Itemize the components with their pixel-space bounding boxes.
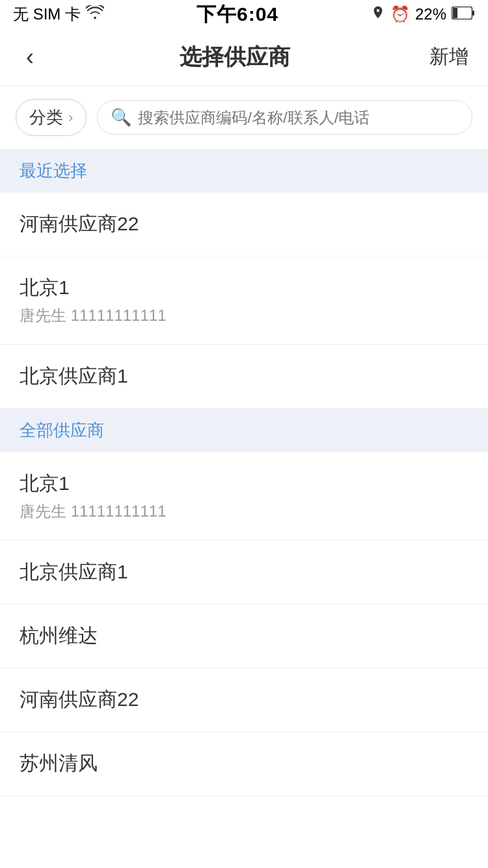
item-name: 河南供应商22 xyxy=(20,211,468,237)
category-label: 分类 xyxy=(29,106,63,129)
wifi-icon xyxy=(86,5,104,23)
all-section-header: 全部供应商 xyxy=(0,409,488,452)
item-sub: 唐先生 11111111111 xyxy=(20,305,468,326)
list-item[interactable]: 北京供应商1 xyxy=(0,345,488,409)
search-box: 🔍 xyxy=(97,100,472,135)
all-section-label: 全部供应商 xyxy=(20,420,104,440)
battery-text: 22% xyxy=(415,5,446,23)
list-item[interactable]: 河南供应商22 xyxy=(0,668,488,732)
search-input[interactable] xyxy=(138,109,459,127)
item-name: 杭州维达 xyxy=(20,623,468,649)
status-time: 下午6:04 xyxy=(197,1,278,28)
status-left: 无 SIM 卡 xyxy=(13,4,104,25)
list-item[interactable]: 河南供应商22 xyxy=(0,193,488,256)
item-name: 北京供应商1 xyxy=(20,559,468,586)
recent-section-header: 最近选择 xyxy=(0,149,488,193)
recent-items-list: 河南供应商22北京1唐先生 11111111111北京供应商1 xyxy=(0,193,488,409)
back-button[interactable]: ‹ xyxy=(20,37,40,77)
search-icon: 🔍 xyxy=(111,107,131,128)
add-button[interactable]: 新增 xyxy=(429,44,468,70)
location-icon xyxy=(371,5,385,23)
item-name: 北京1 xyxy=(20,470,468,497)
list-item[interactable]: 苏州清风 xyxy=(0,732,488,796)
nav-bar: ‹ 选择供应商 新增 xyxy=(0,29,488,86)
item-name: 北京供应商1 xyxy=(20,363,468,390)
list-item[interactable]: 北京供应商1 xyxy=(0,541,488,604)
alarm-icon: ⏰ xyxy=(390,5,410,23)
list-item[interactable]: 北京1唐先生 11111111111 xyxy=(0,452,488,541)
all-items-list: 北京1唐先生 11111111111北京供应商1杭州维达河南供应商22苏州清风 xyxy=(0,452,488,796)
no-sim-text: 无 SIM 卡 xyxy=(13,4,81,25)
chevron-right-icon: › xyxy=(68,109,73,126)
category-filter-button[interactable]: 分类 › xyxy=(16,99,87,136)
nav-title: 选择供应商 xyxy=(180,42,290,72)
status-right: ⏰ 22% xyxy=(371,5,475,23)
status-bar: 无 SIM 卡 下午6:04 ⏰ 22% xyxy=(0,0,488,29)
svg-rect-1 xyxy=(472,10,474,16)
item-sub: 唐先生 11111111111 xyxy=(20,501,468,522)
list-item[interactable]: 北京1唐先生 11111111111 xyxy=(0,256,488,345)
filter-bar: 分类 › 🔍 xyxy=(0,86,488,149)
svg-rect-2 xyxy=(453,8,457,18)
item-name: 河南供应商22 xyxy=(20,686,468,713)
item-name: 北京1 xyxy=(20,275,468,301)
recent-section-label: 最近选择 xyxy=(20,161,87,180)
battery-icon xyxy=(452,5,475,23)
list-item[interactable]: 杭州维达 xyxy=(0,604,488,668)
item-name: 苏州清风 xyxy=(20,750,468,777)
